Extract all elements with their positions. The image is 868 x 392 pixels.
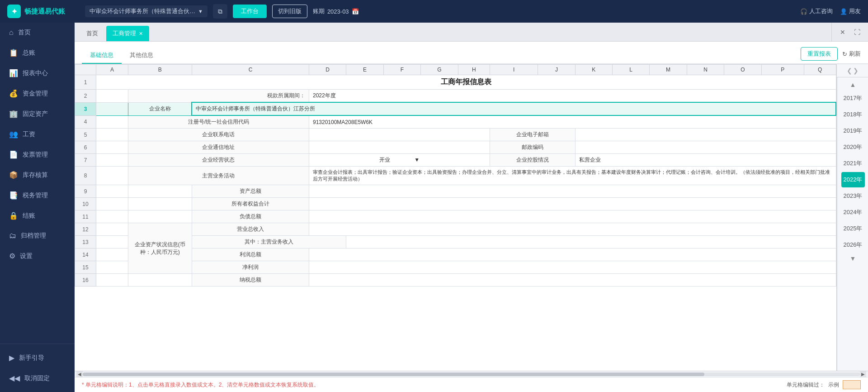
tab-business[interactable]: 工商管理 ✕ [106,26,149,41]
scroll-track[interactable] [83,373,860,376]
cell[interactable] [96,185,128,198]
status-label[interactable]: 企业经营状态 [128,154,309,167]
tax-value[interactable] [309,274,836,287]
tax-label[interactable]: 纳税总额 [192,274,309,287]
activity-label[interactable]: 主营业务活动 [128,167,309,185]
year-item-2025[interactable]: 2025年 [841,221,865,236]
cell[interactable] [128,198,192,210]
workbench-button[interactable]: 工作台 [233,5,267,18]
sidebar-item-home[interactable]: ⌂ 首页 [0,23,75,43]
sidebar-item-archive[interactable]: 🗂 归档管理 [0,226,75,246]
year-item-2020[interactable]: 2020年 [841,139,865,155]
assets-value[interactable] [309,185,836,198]
sidebar-item-close[interactable]: 🔒 结账 [0,206,75,226]
sidebar-item-asset[interactable]: 🏢 固定资产 [0,104,75,124]
cell[interactable] [96,167,128,185]
reset-report-button[interactable]: 重置报表 [801,47,838,61]
cell[interactable] [96,236,128,249]
scroll-thumb[interactable] [83,373,704,376]
collapse-right-icon[interactable]: ❯ [853,67,859,74]
cell[interactable] [96,249,128,261]
total-revenue-label[interactable]: 营业总收入 [192,223,309,236]
cell[interactable] [96,154,128,167]
scroll-left-arrow[interactable]: ◀ [76,371,83,378]
calendar-icon[interactable]: 📅 [352,8,359,15]
cell[interactable] [96,261,128,274]
year-item-2026[interactable]: 2026年 [841,237,865,253]
postal-label[interactable]: 邮政编码 [490,141,575,154]
contact-label[interactable]: 企业联系电话 [128,129,309,141]
reg-value-cell[interactable]: 91320100MA208E5W6K [309,115,836,129]
cell[interactable] [96,90,128,103]
net-profit-value[interactable] [309,261,836,274]
asset-info-label[interactable]: 企业资产状况信息(币种：人民币万元) [128,223,192,274]
sidebar-item-ledger[interactable]: 📋 总账 [0,43,75,63]
status-value[interactable]: 开业 ▼ [309,154,490,167]
contact-value[interactable] [309,129,490,141]
year-item-2021[interactable]: 2021年 [841,156,865,171]
profit-label[interactable]: 利润总额 [192,249,309,261]
copy-button[interactable]: ⧉ [213,4,227,19]
expand-window-icon[interactable]: ⛶ [852,27,863,38]
cell[interactable] [96,210,128,223]
tab-home[interactable]: 首页 [80,26,104,41]
close-window-icon[interactable]: ✕ [837,27,848,38]
total-revenue-value[interactable] [309,223,836,236]
net-profit-label[interactable]: 净利润 [192,261,309,274]
main-revenue-value[interactable] [346,236,836,249]
sidebar-item-invoice[interactable]: 📄 发票管理 [0,144,75,165]
year-item-2024[interactable]: 2024年 [841,205,865,220]
year-item-2022[interactable]: 2022年 [841,172,865,187]
scroll-right-arrow[interactable]: ▶ [860,371,866,378]
sidebar-item-inventory[interactable]: 📦 库存核算 [0,165,75,185]
equity-label[interactable]: 所有者权益合计 [192,198,309,210]
cell[interactable] [128,185,192,198]
sidebar-item-finance[interactable]: 💰 资金管理 [0,83,75,104]
year-item-2023[interactable]: 2023年 [841,188,865,204]
cell[interactable] [96,274,128,287]
company-selector[interactable]: 中审众环会计师事务所（特殊普通合伙… ▼ [85,5,208,17]
cell[interactable] [96,115,128,129]
assets-label[interactable]: 资产总额 [192,185,309,198]
year-down-button[interactable]: ▼ [848,253,858,264]
old-version-button[interactable]: 切到旧版 [272,5,307,18]
cell[interactable] [96,223,128,236]
main-revenue-label[interactable]: 其中：主营业务收入 [192,236,346,249]
email-value[interactable] [575,129,836,141]
tab-close-icon[interactable]: ✕ [139,31,143,37]
company-name-label[interactable]: 企业名称 [128,102,192,115]
consulting-button[interactable]: 🎧 人工咨询 [800,7,833,15]
collapse-left-icon[interactable]: ❮ [847,67,852,74]
cell[interactable] [96,198,128,210]
user-menu[interactable]: 👤 用友 [840,7,861,15]
period-value-cell[interactable]: 2022年度 [309,90,836,103]
title-cell[interactable]: 工商年报信息表 [96,75,836,90]
sidebar-item-newbie[interactable]: ▶ 新手引导 [0,348,75,368]
address-label[interactable]: 企业通信地址 [128,141,309,154]
horizontal-scrollbar[interactable]: ◀ ▶ [75,371,868,377]
sidebar-item-settings[interactable]: ⚙ 设置 [0,246,75,266]
cell[interactable] [128,274,192,287]
sidebar-item-unpin[interactable]: ◀◀ 取消固定 [0,368,75,388]
year-item-2019[interactable]: 2019年 [841,123,865,139]
sidebar-item-report[interactable]: 📊 报表中心 [0,63,75,83]
cell[interactable] [96,141,128,154]
year-item-2017[interactable]: 2017年 [841,91,865,106]
holding-value[interactable]: 私营企业 [575,154,836,167]
tab-basic-info[interactable]: 基础信息 [82,48,122,64]
cell[interactable] [96,102,128,115]
holding-label[interactable]: 企业控股情况 [490,154,575,167]
tab-other-info[interactable]: 其他信息 [122,48,161,64]
sidebar-item-hr[interactable]: 👥 工资 [0,124,75,144]
spreadsheet-container[interactable]: A B C D E F G H I J K L [75,64,836,371]
year-up-button[interactable]: ▲ [848,79,858,90]
year-item-2018[interactable]: 2018年 [841,107,865,122]
refresh-button[interactable]: ↻ 刷新 [842,50,861,58]
liabilities-value[interactable] [309,210,836,223]
cell[interactable] [128,210,192,223]
period-label-cell[interactable]: 税款所属期间： [128,90,309,103]
email-label[interactable]: 企业电子邮箱 [490,129,575,141]
company-name-value[interactable]: 中审众环会计师事务所（特殊普通合伙）江苏分所 [192,102,836,115]
equity-value[interactable] [309,198,836,210]
cell[interactable] [96,129,128,141]
